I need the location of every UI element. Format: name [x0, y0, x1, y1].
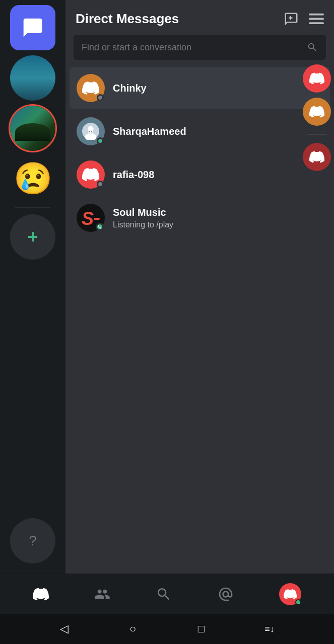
server-icon-emoji[interactable]: 😢 [10, 156, 55, 201]
search-bar[interactable] [74, 35, 326, 60]
svg-point-8 [91, 131, 92, 132]
dm-list: Chinky [65, 67, 334, 574]
svg-rect-1 [309, 18, 324, 20]
nav-home[interactable] [33, 586, 49, 602]
nav-mentions[interactable] [218, 586, 234, 602]
nav-friends[interactable] [94, 586, 110, 602]
floating-server-2[interactable] [303, 98, 331, 126]
dm-panel: Direct Messages [65, 0, 334, 574]
rafia-status-dot [97, 181, 104, 188]
svg-point-7 [89, 131, 90, 132]
svg-rect-11 [94, 218, 100, 220]
screenshot-button[interactable]: ≡↓ [259, 619, 280, 639]
server-icon-landscape[interactable] [10, 106, 55, 151]
nav-search[interactable] [156, 586, 172, 602]
sharqa-status-dot [97, 137, 104, 144]
back-button[interactable]: ◁ [54, 619, 75, 639]
menu-button[interactable] [309, 13, 324, 25]
floating-server-1[interactable] [303, 64, 331, 93]
floating-server-3[interactable] [303, 143, 331, 171]
help-button[interactable]: ? [10, 518, 55, 564]
header-icons [284, 12, 324, 27]
soul-music-status: Listening to /play [113, 220, 173, 229]
bottom-nav [0, 574, 334, 614]
soul-music-info: Soul Music Listening to /play [113, 207, 173, 229]
profile-avatar [279, 583, 301, 605]
rafia-info: rafia-098 [113, 169, 154, 181]
android-navbar: ◁ ○ □ ≡↓ [0, 614, 334, 644]
server-sidebar: 😢 + ? [0, 0, 65, 574]
server-divider [15, 207, 50, 208]
new-dm-button[interactable] [284, 12, 299, 27]
floating-divider [307, 134, 327, 135]
dm-item-rafia[interactable]: rafia-098 [70, 153, 330, 196]
server-icon-blusky[interactable] [10, 55, 55, 101]
sharqa-avatar-wrap [77, 117, 105, 145]
chinky-avatar-wrap [77, 74, 105, 102]
nav-profile[interactable] [279, 583, 301, 605]
rafia-avatar-wrap [77, 160, 105, 189]
dm-item-sharqa[interactable]: SharqaHameed [70, 110, 330, 152]
dm-title: Direct Messages [76, 11, 179, 27]
home-button[interactable]: ○ [123, 619, 143, 639]
sharqa-name: SharqaHameed [113, 126, 186, 137]
add-server-button[interactable]: + [10, 214, 55, 260]
soul-music-status-dot [96, 223, 104, 231]
right-floating-servers [300, 60, 334, 175]
search-icon [307, 42, 318, 53]
svg-rect-0 [309, 13, 324, 15]
profile-status-dot [295, 599, 301, 605]
soul-music-name: Soul Music [113, 207, 173, 218]
search-input[interactable] [82, 42, 302, 53]
svg-point-6 [88, 131, 93, 134]
sharqa-info: SharqaHameed [113, 126, 186, 137]
dm-item-soul-music[interactable]: S Soul Music Listening to /play [70, 197, 330, 239]
rafia-name: rafia-098 [113, 169, 154, 181]
recents-button[interactable]: □ [191, 619, 211, 639]
dm-item-chinky[interactable]: Chinky [70, 67, 330, 109]
chinky-info: Chinky [113, 83, 147, 94]
dm-header: Direct Messages [65, 0, 334, 35]
soul-music-avatar-wrap: S [77, 204, 105, 232]
svg-text:S: S [82, 208, 94, 229]
chinky-status-dot [97, 94, 104, 101]
home-icon-button[interactable] [10, 5, 55, 50]
chinky-name: Chinky [113, 83, 147, 94]
svg-rect-2 [309, 22, 324, 24]
